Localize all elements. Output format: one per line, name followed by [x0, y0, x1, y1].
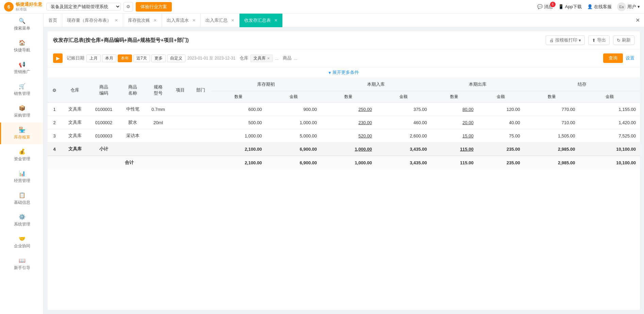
search-button[interactable]: 查询: [603, 53, 623, 63]
total-open-amt: 6,900.00: [266, 156, 321, 169]
tab-close-all[interactable]: ✕: [631, 17, 644, 23]
logo-area: 6 畅捷通好生意 标准版: [4, 2, 42, 12]
sidebar-item-quicknav[interactable]: 🏠 快捷导航: [0, 35, 43, 57]
row3-open-amt: 5,000.00: [266, 129, 321, 143]
table-row: 1 文具库 0100001 中性笔 0.7mm 600.00 900.00: [48, 103, 640, 116]
subtotal-in-amt: 3,435.00: [376, 143, 431, 156]
th-close-amt: 金额: [579, 91, 640, 103]
refresh-button[interactable]: ↻ 刷新: [613, 35, 634, 45]
tab-close-batch[interactable]: ✕: [153, 18, 157, 23]
settings-link[interactable]: 设置: [626, 54, 634, 62]
row1-in-qty[interactable]: 250.00: [321, 103, 376, 116]
date-btn-last-month[interactable]: 上月: [86, 54, 101, 62]
subtotal-in-qty[interactable]: 1,000.00: [321, 143, 376, 156]
tab-home[interactable]: 首页: [44, 14, 62, 27]
total-row: 合计 2,100.00 6,900.00 1,000.00 3,435.00 1…: [48, 156, 640, 169]
warehouse-more[interactable]: ...: [275, 56, 279, 61]
total-close-amt: 10,100.00: [579, 156, 640, 169]
tab-close-inout-summary[interactable]: ✕: [231, 18, 234, 23]
row3-out-amt: 75.00: [478, 129, 524, 143]
marketing-icon: 📢: [19, 61, 26, 68]
logo-text: 畅捷通好生意 标准版: [16, 2, 42, 12]
expand-more-button[interactable]: ▾ 展开更多条件: [329, 69, 359, 76]
date-btn-this-year[interactable]: 本年: [118, 54, 132, 62]
th-dept: 部门: [191, 78, 211, 103]
row2-open-amt: 1,000.00: [266, 116, 321, 129]
sidebar-item-system[interactable]: ⚙️ 系统管理: [0, 210, 43, 231]
filter-area: ▶ 记账日期 上月 本月 本年 近7天 更多 自定义 2023-0: [48, 49, 640, 67]
top-bar-right: 💬 消息 6 📱 App下载 👤 在线客服 Ea 用户 ▾: [537, 2, 640, 11]
export-icon: ⬆: [592, 38, 596, 43]
date-btn-more[interactable]: 更多: [151, 54, 166, 62]
sidebar-item-search[interactable]: 🔍 搜索菜单: [0, 14, 43, 35]
filter-toggle-button[interactable]: ▶: [53, 53, 63, 63]
date-btn-this-month[interactable]: 本月: [102, 54, 116, 62]
tab-close-receipt-summary[interactable]: ✕: [274, 18, 278, 23]
export-button[interactable]: ⬆ 导出: [588, 35, 610, 45]
th-opening: 库存期初: [211, 78, 321, 91]
subtotal-open-qty: 2,100.00: [211, 143, 266, 156]
row1-close-amt: 1,155.00: [579, 103, 640, 116]
subtotal-out-qty[interactable]: 115.00: [431, 143, 478, 156]
basic-icon: 📋: [19, 192, 26, 198]
row2-close-qty: 710.00: [524, 116, 579, 129]
message-icon: 💬: [537, 4, 543, 9]
tab-close-inventory-dist[interactable]: ✕: [115, 18, 118, 23]
sidebar-item-operations[interactable]: 📊 经营管理: [0, 166, 43, 188]
goods-filter-group: 商品 ...: [283, 55, 297, 61]
sidebar-item-sales[interactable]: 🛒 销售管理: [0, 79, 43, 101]
warehouse-filter-group: 仓库 文具库 ✕ ...: [240, 54, 279, 62]
date-btn-custom[interactable]: 自定义: [167, 54, 185, 62]
row1-out-qty[interactable]: 80.00: [431, 103, 478, 116]
total-out-amt: 235.00: [478, 156, 524, 169]
row1-dept: [191, 103, 211, 116]
system-select[interactable]: 装备及固定资产辅助管理系统: [46, 3, 121, 11]
sidebar-item-purchase[interactable]: 📦 采购管理: [0, 101, 43, 122]
th-name: 商品名称: [119, 78, 146, 103]
row3-out-qty[interactable]: 15.00: [431, 129, 478, 143]
sidebar-item-enterprise[interactable]: 🤝 企业协同: [0, 231, 43, 253]
subtotal-label: 小计: [88, 143, 119, 156]
tab-inout-summary[interactable]: 出入库汇总 ✕: [201, 14, 240, 27]
date-btn-7days[interactable]: 近7天: [133, 54, 150, 62]
row2-in-qty[interactable]: 230.00: [321, 116, 376, 129]
tab-receipt-summary[interactable]: 收发存汇总表 ✕: [240, 14, 283, 27]
row3-spec: [146, 129, 170, 143]
chevron-down-icon: ▾: [638, 4, 640, 9]
row1-item: [170, 103, 191, 116]
row3-close-qty: 1,505.00: [524, 129, 579, 143]
search-icon: 🔍: [19, 18, 26, 24]
gear-button[interactable]: ⚙: [123, 2, 133, 12]
goods-more[interactable]: ...: [294, 56, 297, 61]
sidebar-item-finance[interactable]: 💰 资金管理: [0, 144, 43, 166]
user-menu[interactable]: Ea 用户 ▾: [617, 2, 640, 11]
row2-code: 0100002: [88, 116, 119, 129]
message-button[interactable]: 💬 消息 6: [537, 4, 553, 10]
row2-out-qty[interactable]: 20.00: [431, 116, 478, 129]
page-title: 收发存汇总表(按仓库+商品编码+商品+规格型号+项目+部门): [53, 37, 189, 44]
tab-inout-flow[interactable]: 出入库流水 ✕: [162, 14, 201, 27]
tab-inventory-dist[interactable]: 现存量（库存分布表） ✕: [62, 14, 123, 27]
sidebar: 🔍 搜索菜单 🏠 快捷导航 📢 营销推广 🛒 销售管理 📦 采购管理 🏪: [0, 14, 44, 314]
sidebar-item-marketing[interactable]: 📢 营销推广: [0, 57, 43, 79]
tab-batch[interactable]: 库存批次账 ✕: [123, 14, 162, 27]
tab-bar: 首页 现存量（库存分布表） ✕ 库存批次账 ✕ 出入库流水 ✕ 出入库汇总 ✕: [44, 14, 644, 27]
top-bar: 6 畅捷通好生意 标准版 装备及固定资产辅助管理系统 ⚙ 体验行业方案 💬 消息…: [0, 0, 644, 14]
sidebar-item-guide[interactable]: 📖 新手引导: [0, 253, 43, 275]
online-service-button[interactable]: 👤 在线客服: [587, 4, 612, 10]
app-download-button[interactable]: 📱 App下载: [558, 4, 582, 10]
try-button[interactable]: 体验行业方案: [136, 2, 172, 12]
page-content: 收发存汇总表(按仓库+商品编码+商品+规格型号+项目+部门) 🖨 按模板打印 ▾…: [44, 27, 644, 314]
warehouse-tag[interactable]: 文具库 ✕: [250, 54, 273, 62]
th-warehouse: 仓库: [61, 78, 88, 103]
print-button[interactable]: 🖨 按模板打印 ▾: [546, 35, 585, 45]
row3-in-qty[interactable]: 520.00: [321, 129, 376, 143]
sidebar-item-inventory[interactable]: 🏪 库存核算: [0, 122, 43, 144]
expand-icon: ▾: [329, 70, 331, 75]
th-outbound: 本期出库: [431, 78, 524, 91]
warehouse-tag-close[interactable]: ✕: [267, 56, 270, 60]
sidebar-item-basic[interactable]: 📋 基础信息: [0, 188, 43, 210]
row3-dept: [191, 129, 211, 143]
tab-close-inout-flow[interactable]: ✕: [192, 18, 196, 23]
refresh-icon: ↻: [617, 38, 621, 43]
